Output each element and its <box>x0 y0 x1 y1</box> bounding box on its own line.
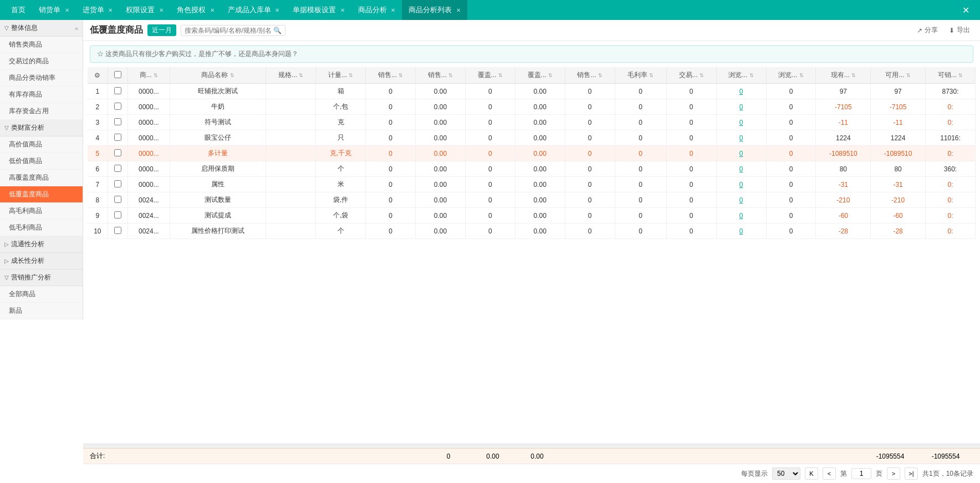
row-cb[interactable] <box>108 161 127 177</box>
row-checkbox[interactable] <box>114 227 121 234</box>
nav-role-close[interactable]: ✕ <box>210 7 215 13</box>
row-checkbox[interactable] <box>114 149 121 156</box>
row-checkbox[interactable] <box>114 196 121 203</box>
nav-product-warehouse[interactable]: 产成品入库单 ✕ <box>221 0 287 20</box>
nav-goods-analysis-close[interactable]: ✕ <box>391 7 395 13</box>
sidebar-item-all-goods[interactable]: 全部商品 <box>0 286 83 303</box>
nav-purchase[interactable]: 进货单 ✕ <box>76 0 120 20</box>
nav-permission-close[interactable]: ✕ <box>159 7 164 13</box>
row-checkbox[interactable] <box>114 118 121 125</box>
sidebar-item-high-value[interactable]: 高价值商品 <box>0 136 83 153</box>
row-cb[interactable] <box>108 223 127 239</box>
search-input[interactable] <box>185 27 273 34</box>
col-current[interactable]: 现有... ⇅ <box>816 67 871 84</box>
col-code[interactable]: 商... ⇅ <box>128 67 170 84</box>
row-cb[interactable] <box>108 177 127 192</box>
sidebar-item-traded-goods[interactable]: 交易过的商品 <box>0 53 83 70</box>
row-checkbox[interactable] <box>114 134 121 141</box>
row-browse1[interactable]: 0 <box>716 177 766 192</box>
sidebar-section-marketing[interactable]: ▽ 营销推广分析 <box>0 270 83 286</box>
nav-goods-list[interactable]: 商品分析列表 ✕ <box>402 0 467 20</box>
sidebar-item-sales-goods[interactable]: 销售类商品 <box>0 37 83 53</box>
nav-template[interactable]: 单据模板设置 ✕ <box>286 0 351 20</box>
row-checkbox[interactable] <box>114 211 121 218</box>
sidebar-section-growth[interactable]: ▷ 成长性分析 <box>0 253 83 270</box>
row-browse1[interactable]: 0 <box>716 192 766 208</box>
col-cover2[interactable]: 覆盖... ⇅ <box>515 67 565 84</box>
col-browse1[interactable]: 浏览... ⇅ <box>716 67 766 84</box>
bottom-scrollbar[interactable] <box>83 444 980 448</box>
col-gross[interactable]: 毛利率 ⇅ <box>615 67 666 84</box>
page-size-select[interactable]: 50 100 200 <box>772 467 800 480</box>
sidebar-item-stock-funds[interactable]: 库存资金占用 <box>0 103 83 120</box>
row-cb[interactable] <box>108 115 127 130</box>
nav-permission[interactable]: 权限设置 ✕ <box>119 0 170 20</box>
row-checkbox[interactable] <box>114 165 121 172</box>
col-cover1[interactable]: 覆盖... ⇅ <box>465 67 515 84</box>
period-button[interactable]: 近一月 <box>147 24 176 36</box>
sidebar-item-new-goods[interactable]: 新品 <box>0 303 83 319</box>
share-button[interactable]: ↗ 分享 <box>913 24 941 36</box>
last-page-button[interactable]: >| <box>905 467 918 480</box>
col-sales-qty[interactable]: 销售... ⇅ <box>366 67 416 84</box>
row-checkbox[interactable] <box>114 180 121 187</box>
col-trade[interactable]: 交易... ⇅ <box>666 67 716 84</box>
sidebar-item-low-coverage[interactable]: 低覆盖度商品 <box>0 186 83 203</box>
sidebar-section-wealth[interactable]: ▽ 类财富分析 <box>0 120 83 136</box>
sidebar-item-category-rate[interactable]: 商品分类动销率 <box>0 70 83 87</box>
sidebar-item-high-coverage[interactable]: 高覆盖度商品 <box>0 170 83 186</box>
col-sellable[interactable]: 可销... ⇅ <box>926 67 976 84</box>
sidebar-item-low-profit[interactable]: 低毛利商品 <box>0 220 83 236</box>
page-number-input[interactable] <box>851 468 871 479</box>
nav-template-close[interactable]: ✕ <box>340 7 345 13</box>
col-browse2[interactable]: 浏览... ⇅ <box>766 67 816 84</box>
prev-page-button[interactable]: < <box>823 467 836 480</box>
col-usable[interactable]: 可用... ⇅ <box>871 67 926 84</box>
row-browse1[interactable]: 0 <box>716 208 766 223</box>
col-name[interactable]: 商品名称 ⇅ <box>170 67 266 84</box>
sidebar-item-low-value[interactable]: 低价值商品 <box>0 153 83 170</box>
search-icon[interactable]: 🔍 <box>273 27 282 34</box>
row-cb[interactable] <box>108 99 127 115</box>
row-browse1[interactable]: 0 <box>716 146 766 161</box>
sidebar-section-liquidity[interactable]: ▷ 流通性分析 <box>0 236 83 253</box>
nav-product-close[interactable]: ✕ <box>275 7 279 13</box>
row-browse1[interactable]: 0 <box>716 161 766 177</box>
nav-home[interactable]: 首页 <box>4 0 32 20</box>
export-button[interactable]: ⬇ 导出 <box>946 24 973 36</box>
row-browse1[interactable]: 0 <box>716 99 766 115</box>
table-row: 70000...属性米00.0000.0000000-31-310: <box>88 177 976 192</box>
row-cb[interactable] <box>108 146 127 161</box>
nav-purchase-close[interactable]: ✕ <box>108 7 113 13</box>
sidebar-collapse-icon[interactable]: « <box>75 25 78 32</box>
col-sales3[interactable]: 销售... ⇅ <box>565 67 615 84</box>
nav-role[interactable]: 角色授权 ✕ <box>170 0 221 20</box>
row-cb[interactable] <box>108 130 127 146</box>
col-spec[interactable]: 规格... ⇅ <box>266 67 316 84</box>
row-cb[interactable] <box>108 84 127 99</box>
row-cb[interactable] <box>108 192 127 208</box>
sidebar-item-high-profit[interactable]: 高毛利商品 <box>0 203 83 220</box>
select-all-checkbox[interactable] <box>114 71 121 78</box>
sidebar-item-stocked-goods[interactable]: 有库存商品 <box>0 87 83 103</box>
row-checkbox[interactable] <box>114 87 121 94</box>
first-page-button[interactable]: K <box>805 467 818 480</box>
arrow-icon-3: ▷ <box>4 241 9 247</box>
row-checkbox[interactable] <box>114 103 121 110</box>
nav-goods-analysis[interactable]: 商品分析 ✕ <box>351 0 402 20</box>
nav-sales[interactable]: 销货单 ✕ <box>32 0 76 20</box>
next-page-button[interactable]: > <box>887 467 900 480</box>
row-browse1[interactable]: 0 <box>716 130 766 146</box>
row-browse1[interactable]: 0 <box>716 84 766 99</box>
nav-sales-close[interactable]: ✕ <box>65 7 69 13</box>
row-browse1[interactable]: 0 <box>716 223 766 239</box>
col-unit[interactable]: 计量... ⇅ <box>316 67 366 84</box>
col-sales-amt[interactable]: 销售... ⇅ <box>416 67 466 84</box>
nav-goods-list-close[interactable]: ✕ <box>456 7 461 13</box>
row-browse1[interactable]: 0 <box>716 115 766 130</box>
sidebar-section-overall[interactable]: ▽ 整体信息 « <box>0 20 83 37</box>
window-close-button[interactable]: ✕ <box>956 0 976 20</box>
row-cb[interactable] <box>108 208 127 223</box>
col-settings[interactable]: ⚙ <box>88 67 108 84</box>
row-cover2: 0.00 <box>515 99 565 115</box>
